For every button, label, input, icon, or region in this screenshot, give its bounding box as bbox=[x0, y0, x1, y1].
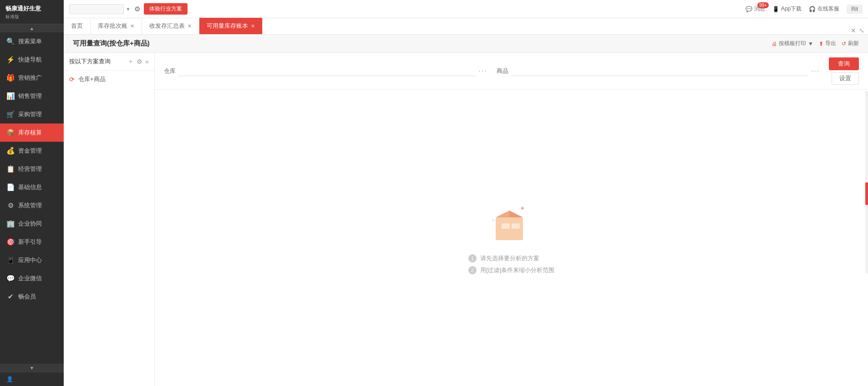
tab-batch-close-icon[interactable]: ✕ bbox=[130, 23, 134, 29]
main-area: ▼ ⚙ 体验行业方案 💬 消息 99+ 📱 App下载 🎧 在线客服 Rit bbox=[64, 0, 868, 386]
sidebar-item-member[interactable]: ✔畅会员 bbox=[0, 288, 64, 306]
online-support[interactable]: 🎧 在线客服 bbox=[809, 5, 839, 13]
sidebar-label-inventory: 库存核算 bbox=[18, 129, 42, 137]
sidebar-item-newbie[interactable]: 🎯新手引导 bbox=[0, 233, 64, 251]
tab-avail-close-icon[interactable]: ✕ bbox=[251, 23, 255, 29]
add-icon[interactable]: ＋ bbox=[127, 57, 134, 66]
gear-icon[interactable]: ⚙ bbox=[134, 5, 140, 13]
export-btn[interactable]: ⬆ 导出 bbox=[819, 40, 836, 47]
right-content: 仓库 ··· 商品 ··· 查询 设置 bbox=[155, 53, 868, 386]
left-panel: 按以下方案查询 ＋ ⚙ « ⟳ 仓库+商品 bbox=[64, 53, 155, 386]
sidebar-item-appstore[interactable]: 📱应用中心 bbox=[0, 251, 64, 269]
sidebar-menu: 🔍搜索菜单⚡快捷导航🎁营销推广📊销售管理🛒采购管理📦库存核算💰资金管理📋经营管理… bbox=[0, 32, 64, 364]
message-badge: 99+ bbox=[757, 2, 769, 8]
sidebar-item-shortcut[interactable]: ⚡快捷导航 bbox=[0, 51, 64, 69]
empty-illustration: ✦ ✦ bbox=[489, 201, 534, 247]
left-panel-header: 按以下方案查询 ＋ ⚙ « bbox=[64, 53, 154, 71]
print-btn[interactable]: 🖨 按模板打印 ▼ bbox=[772, 40, 813, 47]
sidebar-bottom: 👤 bbox=[0, 372, 64, 386]
warehouse-filter-more-icon[interactable]: ··· bbox=[478, 67, 487, 75]
product-filter-label: 商品 bbox=[497, 67, 508, 75]
sidebar-scroll-down[interactable]: ▼ bbox=[0, 364, 64, 372]
product-filter-input[interactable] bbox=[511, 66, 808, 76]
product-filter-more-icon[interactable]: ··· bbox=[811, 67, 820, 75]
sidebar-item-enterprise[interactable]: 🏢企业协同 bbox=[0, 215, 64, 233]
product-filter: 商品 ··· bbox=[497, 66, 820, 76]
tab-recv-ledger[interactable]: 收发存汇总表 ✕ bbox=[142, 18, 199, 34]
sidebar-item-finance[interactable]: 💰资金管理 bbox=[0, 142, 64, 160]
sidebar-icon-sales: 📊 bbox=[6, 92, 15, 100]
collapse-icon[interactable]: « bbox=[145, 58, 149, 65]
tab-avail-ledger[interactable]: 可用量库存账本 ✕ bbox=[199, 18, 263, 34]
content-area: 按以下方案查询 ＋ ⚙ « ⟳ 仓库+商品 仓库 ··· bbox=[64, 53, 868, 386]
search-input[interactable] bbox=[69, 4, 124, 14]
sidebar-item-basic[interactable]: 📄基础信息 bbox=[0, 178, 64, 196]
sidebar-icon-finance: 💰 bbox=[6, 147, 15, 155]
message-area[interactable]: 💬 消息 99+ bbox=[746, 5, 765, 13]
print-label: 按模板打印 bbox=[779, 40, 806, 47]
dropdown-icon[interactable]: ▼ bbox=[126, 6, 131, 12]
app-tag: 标准版 bbox=[5, 14, 58, 20]
empty-hints: 1 请先选择要分析的方案 2 用[过滤]条件来缩小分析范围 bbox=[468, 254, 554, 274]
sidebar-header: 畅康通好生意 标准版 bbox=[0, 0, 64, 24]
tabs-close-btn[interactable]: ✕ bbox=[851, 27, 856, 34]
sidebar-item-marketing[interactable]: 🎁营销推广 bbox=[0, 69, 64, 87]
app-download[interactable]: 📱 App下载 bbox=[772, 5, 802, 13]
sidebar-label-operation: 经营管理 bbox=[18, 165, 42, 173]
left-panel-header-actions: ＋ ⚙ « bbox=[127, 57, 149, 66]
online-support-label: 在线客服 bbox=[817, 5, 839, 13]
hint-item-1: 1 请先选择要分析的方案 bbox=[468, 254, 554, 262]
tab-avail-ledger-label: 可用量库存账本 bbox=[207, 22, 248, 30]
tabs-expand-btn[interactable]: ⤡ bbox=[859, 27, 864, 34]
sidebar-item-search[interactable]: 🔍搜索菜单 bbox=[0, 32, 64, 51]
sidebar-icon-member: ✔ bbox=[6, 293, 15, 301]
sidebar-icon-inventory: 📦 bbox=[6, 129, 15, 137]
user-avatar: 👤 bbox=[6, 376, 13, 382]
sidebar-label-wechat: 企业微信 bbox=[18, 274, 42, 283]
right-scrollbar bbox=[865, 91, 868, 273]
topbar: ▼ ⚙ 体验行业方案 💬 消息 99+ 📱 App下载 🎧 在线客服 Rit bbox=[64, 0, 868, 18]
tab-recv-close-icon[interactable]: ✕ bbox=[188, 23, 192, 29]
sidebar-label-finance: 资金管理 bbox=[18, 147, 42, 155]
sidebar-item-operation[interactable]: 📋经营管理 bbox=[0, 160, 64, 178]
sidebar-label-marketing: 营销推广 bbox=[18, 74, 42, 82]
user-area[interactable]: Rit bbox=[847, 5, 863, 14]
warehouse-filter-label: 仓库 bbox=[164, 67, 176, 75]
hint-item-2: 2 用[过滤]条件来缩小分析范围 bbox=[468, 266, 554, 274]
tab-batch-ledger-label: 库存批次账 bbox=[98, 22, 127, 30]
sidebar-icon-purchase: 🛒 bbox=[6, 110, 15, 118]
sidebar-label-search: 搜索菜单 bbox=[18, 37, 42, 46]
warehouse-item-label: 仓库+商品 bbox=[78, 75, 106, 83]
tab-home[interactable]: 首页 bbox=[64, 18, 91, 34]
sidebar-icon-operation: 📋 bbox=[6, 165, 15, 173]
sidebar-icon-wechat: 💬 bbox=[6, 274, 15, 283]
sidebar-item-wechat[interactable]: 💬企业微信 bbox=[0, 269, 64, 288]
phone-icon: 📱 bbox=[772, 6, 779, 12]
filter-bar: 仓库 ··· 商品 ··· 查询 设置 bbox=[155, 53, 868, 90]
username-label: Rit bbox=[851, 6, 858, 12]
sidebar-scroll-up[interactable]: ▲ bbox=[0, 24, 64, 32]
sidebar-item-system[interactable]: ⚙系统管理 bbox=[0, 196, 64, 215]
refresh-btn[interactable]: ↺ 刷新 bbox=[842, 40, 859, 47]
hint-text-1: 请先选择要分析的方案 bbox=[480, 254, 539, 262]
sidebar-item-inventory[interactable]: 📦库存核算 bbox=[0, 124, 64, 142]
topbar-search: ▼ bbox=[69, 4, 131, 14]
sidebar: 畅康通好生意 标准版 ▲ 🔍搜索菜单⚡快捷导航🎁营销推广📊销售管理🛒采购管理📦库… bbox=[0, 0, 64, 386]
warehouse-filter-input[interactable] bbox=[178, 66, 476, 76]
filter-actions: 查询 设置 bbox=[829, 57, 859, 85]
scrollbar-thumb[interactable] bbox=[865, 182, 868, 205]
svg-text:✦: ✦ bbox=[491, 218, 495, 223]
tabs-right-actions: ✕ ⤡ bbox=[847, 27, 868, 34]
sidebar-item-purchase[interactable]: 🛒采购管理 bbox=[0, 105, 64, 124]
industry-btn[interactable]: 体验行业方案 bbox=[144, 3, 188, 15]
warehouse-item-icon: ⟳ bbox=[69, 76, 75, 83]
refresh-label: 刷新 bbox=[848, 40, 859, 47]
sidebar-icon-shortcut: ⚡ bbox=[6, 56, 15, 64]
left-panel-item-warehouse[interactable]: ⟳ 仓库+商品 bbox=[64, 71, 154, 88]
tab-batch-ledger[interactable]: 库存批次账 ✕ bbox=[91, 18, 142, 34]
settings-button[interactable]: 设置 bbox=[832, 72, 859, 85]
sidebar-item-sales[interactable]: 📊销售管理 bbox=[0, 87, 64, 105]
settings-icon[interactable]: ⚙ bbox=[137, 58, 142, 65]
query-button[interactable]: 查询 bbox=[829, 57, 859, 70]
print-dropdown-icon[interactable]: ▼ bbox=[808, 41, 813, 47]
